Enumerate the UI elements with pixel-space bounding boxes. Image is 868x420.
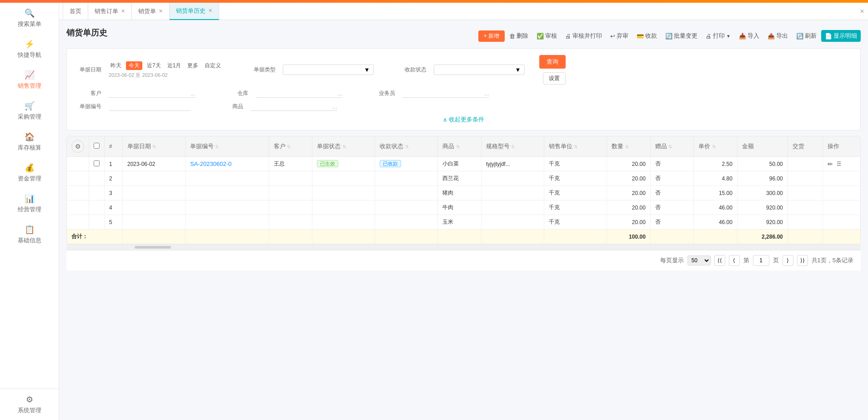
sort-date[interactable]: ⇅ bbox=[152, 144, 156, 149]
sidebar-item-operation[interactable]: 📊 经营管理 bbox=[0, 188, 59, 219]
page-size-select[interactable]: 50 100 bbox=[687, 255, 711, 265]
import-button[interactable]: 📥 导入 bbox=[735, 30, 763, 42]
row-unit: 千克 bbox=[544, 215, 607, 230]
col-settings[interactable]: ⚙ bbox=[67, 136, 89, 157]
doc-type-select[interactable]: ▼ bbox=[283, 65, 374, 75]
goods-label: 商品 bbox=[216, 103, 243, 110]
tab-close-sales-goods[interactable]: ✕ bbox=[159, 8, 163, 14]
close-all-tabs[interactable]: ✕ bbox=[860, 8, 864, 15]
summary-empty-8 bbox=[544, 230, 607, 244]
horizontal-scrollbar[interactable] bbox=[66, 245, 861, 250]
salesperson-ellipsis[interactable]: ... bbox=[484, 90, 489, 97]
receive-button[interactable]: 💳 收款 bbox=[633, 30, 661, 42]
salesperson-label: 业务员 bbox=[368, 90, 395, 97]
col-customer[interactable]: 客户 ⇅ bbox=[269, 136, 312, 157]
sort-unit[interactable]: ⇅ bbox=[574, 144, 577, 149]
goods-input[interactable] bbox=[251, 102, 332, 110]
first-page-btn[interactable]: ⟨⟨ bbox=[714, 255, 725, 266]
sort-goods[interactable]: ⇅ bbox=[456, 144, 460, 149]
col-qty[interactable]: 数量 ⇅ bbox=[607, 136, 651, 157]
col-spec[interactable]: 规格型号 ⇅ bbox=[482, 136, 544, 157]
date-7days[interactable]: 近7天 bbox=[145, 61, 163, 70]
scroll-thumb[interactable] bbox=[135, 246, 171, 249]
sort-gift[interactable]: ⇅ bbox=[668, 144, 672, 149]
warehouse-input[interactable] bbox=[256, 89, 337, 97]
col-goods[interactable]: 商品 ⇅ bbox=[438, 136, 482, 157]
tab-close-history[interactable]: ✕ bbox=[208, 8, 212, 14]
tab-sales-goods-history[interactable]: 销货单历史 ✕ bbox=[170, 3, 219, 20]
delete-button[interactable]: 🗑 删除 bbox=[506, 30, 532, 42]
date-more[interactable]: 更多 bbox=[186, 61, 200, 70]
tab-close-sales-order[interactable]: ✕ bbox=[121, 8, 125, 14]
doc-number-input[interactable] bbox=[109, 102, 191, 111]
prev-page-btn[interactable]: ⟨ bbox=[729, 255, 740, 266]
sidebar-item-system[interactable]: ⚙ 系统管理 bbox=[0, 389, 59, 420]
row-action bbox=[823, 215, 860, 230]
collapse-filter[interactable]: ∧ 收起更多条件 bbox=[443, 115, 484, 124]
page-size-label: 每页显示 bbox=[660, 256, 684, 265]
search-icon: 🔍 bbox=[25, 8, 35, 18]
sidebar-item-sales-mgmt[interactable]: 📈 销售管理 bbox=[0, 65, 59, 95]
tab-sales-goods[interactable]: 销货单 ✕ bbox=[132, 3, 170, 20]
col-price[interactable]: 单价 ⇅ bbox=[694, 136, 738, 157]
tab-home[interactable]: 首页 bbox=[63, 3, 88, 20]
sort-price[interactable]: ⇅ bbox=[712, 144, 716, 149]
next-page-btn[interactable]: ⟩ bbox=[783, 255, 793, 266]
col-date[interactable]: 单据日期 ⇅ bbox=[123, 136, 186, 157]
more-action[interactable]: ⠿ bbox=[837, 160, 841, 168]
edit-action[interactable]: ✏ bbox=[828, 160, 833, 168]
sidebar-item-basic-info[interactable]: 📋 基础信息 bbox=[0, 219, 59, 250]
print-button[interactable]: 🖨 打印 ▼ bbox=[702, 30, 734, 42]
sidebar-item-search-menu[interactable]: 🔍 搜索菜单 bbox=[0, 3, 59, 34]
row-qty: 20.00 bbox=[607, 215, 651, 230]
customer-input[interactable] bbox=[109, 89, 191, 97]
refresh-button[interactable]: 🔃 刷新 bbox=[793, 30, 820, 42]
sort-qty[interactable]: ⇅ bbox=[625, 144, 629, 149]
row-select[interactable] bbox=[94, 160, 100, 166]
sidebar-item-purchase-mgmt[interactable]: 🛒 采购管理 bbox=[0, 95, 59, 126]
sort-spec[interactable]: ⇅ bbox=[511, 144, 515, 149]
salesperson-input[interactable] bbox=[402, 89, 484, 97]
customer-ellipsis[interactable]: ... bbox=[191, 90, 196, 97]
row-action bbox=[823, 200, 860, 215]
date-today[interactable]: 今天 bbox=[126, 61, 142, 70]
row-num: 2 bbox=[105, 171, 123, 186]
sidebar-item-quick-nav[interactable]: ⚡ 快捷导航 bbox=[0, 34, 59, 65]
review-button[interactable]: ✅ 审核 bbox=[533, 30, 561, 42]
date-custom[interactable]: 自定义 bbox=[203, 61, 223, 70]
export-button[interactable]: 📤 导出 bbox=[764, 30, 792, 42]
page-number-input[interactable] bbox=[753, 255, 769, 266]
row-checkbox bbox=[89, 157, 105, 171]
select-all-checkbox[interactable] bbox=[94, 143, 100, 149]
row-settings bbox=[67, 186, 89, 200]
show-detail-button[interactable]: 📄 显示明细 bbox=[821, 30, 861, 42]
query-button[interactable]: 查询 bbox=[539, 55, 566, 69]
row-goods: 玉米 bbox=[438, 215, 482, 230]
date-1month[interactable]: 近1月 bbox=[166, 61, 183, 70]
doc-no-link[interactable]: SA-20230602-0 bbox=[190, 160, 231, 167]
col-payment-status[interactable]: 收款状态 ⇅ bbox=[375, 136, 438, 157]
sort-payment-status[interactable]: ⇅ bbox=[405, 144, 409, 149]
col-gift[interactable]: 赠品 ⇅ bbox=[650, 136, 694, 157]
sort-customer[interactable]: ⇅ bbox=[287, 144, 291, 149]
batch-change-button[interactable]: 🔄 批量变更 bbox=[662, 30, 701, 42]
col-doc-no[interactable]: 单据编号 ⇅ bbox=[186, 136, 269, 157]
sidebar-item-inventory[interactable]: 🏠 库存核算 bbox=[0, 126, 59, 157]
payment-status-select[interactable]: ▼ bbox=[434, 65, 525, 75]
settings-button[interactable]: 设置 bbox=[543, 72, 566, 85]
sidebar-item-finance[interactable]: 💰 资金管理 bbox=[0, 157, 59, 188]
col-doc-status[interactable]: 单据状态 ⇅ bbox=[312, 136, 375, 157]
col-unit[interactable]: 销售单位 ⇅ bbox=[544, 136, 607, 157]
sort-doc-status[interactable]: ⇅ bbox=[342, 144, 346, 149]
doc-type-label: 单据类型 bbox=[248, 66, 276, 74]
sort-doc-no[interactable]: ⇅ bbox=[215, 144, 219, 149]
tab-sales-order[interactable]: 销售订单 ✕ bbox=[88, 3, 132, 20]
review-print-button[interactable]: 🖨 审核并打印 bbox=[562, 30, 606, 42]
last-page-btn[interactable]: ⟩⟩ bbox=[797, 255, 808, 266]
date-yesterday[interactable]: 昨天 bbox=[109, 61, 123, 70]
new-button[interactable]: + 新增 bbox=[478, 30, 505, 42]
goods-ellipsis[interactable]: ... bbox=[332, 103, 337, 110]
abandon-button[interactable]: ↩ 弃审 bbox=[607, 30, 632, 42]
row-payment-status bbox=[375, 215, 438, 230]
warehouse-ellipsis[interactable]: ... bbox=[337, 90, 342, 97]
